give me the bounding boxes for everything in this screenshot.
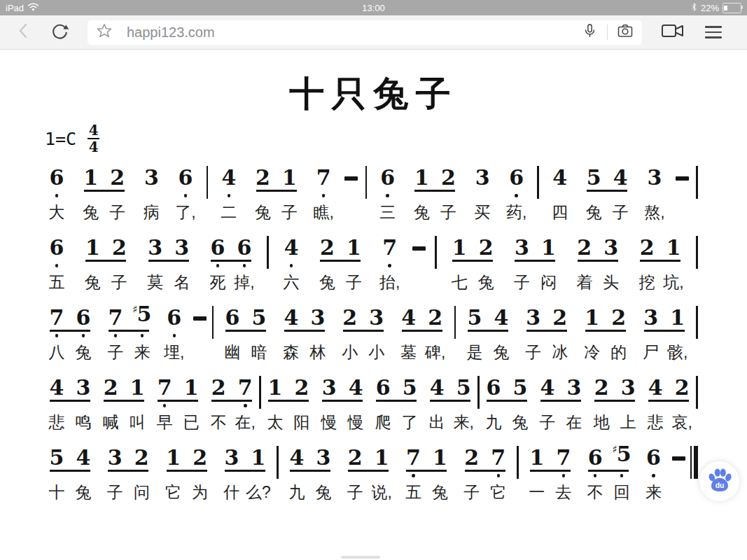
lyric: 悲 [642,412,669,433]
lyric: 它 [485,482,512,503]
note-digit: 2 [106,237,132,259]
lyric: 喊 [97,412,124,433]
note-digit: 3 [169,237,195,259]
note-group: 76八兔 [43,305,97,363]
note-digit: 5 [246,307,272,329]
lyric: 兔 [314,272,340,293]
note-digit: 1 [178,377,204,399]
note: 7抬, [377,235,403,293]
low-octave-dot [290,264,293,267]
time-numerator: 4 [89,123,99,137]
baidu-badge[interactable]: du [699,461,739,501]
note-digit: 1 [79,237,106,259]
camera-search-button[interactable] [617,22,634,42]
sharp-icon: ♯ [613,443,617,456]
refresh-button[interactable] [50,22,69,43]
note-group: 21挖坑, [634,235,687,293]
divider [607,24,608,40]
low-octave-dot [515,194,518,197]
page-title: 十只兔子 [0,71,747,118]
lyric: 子 [102,342,129,363]
note-digit: 4 [488,307,515,329]
lyric: 早 [151,412,178,433]
note-digit: 1 [446,237,473,259]
note-group: 31尸骸, [638,305,691,363]
low-octave-dot [216,264,220,267]
note-group: 43九兔 [284,445,337,503]
barline [259,376,261,409]
note-digit: 6 [370,377,396,399]
note-digit: 2 [187,447,214,469]
time-denominator: 4 [89,140,99,154]
note: 6了, [172,165,199,223]
bookmark-star-icon[interactable] [96,22,113,42]
note-digit: 2 [459,447,485,469]
lyric: 坑, [660,272,687,293]
note-digit: 3 [615,377,641,399]
lyric: 兔 [79,272,106,293]
lyric: 哀, [669,412,695,433]
note-digit: 6 [43,237,70,259]
note-group: 12兔子 [408,165,461,223]
note-digit: 3 [508,237,535,259]
url-bar[interactable]: happi123.com [88,20,642,45]
video-button[interactable] [661,22,685,43]
low-octave-dot [141,334,144,337]
lyric: 头 [598,272,624,293]
lyric: 九 [480,412,507,433]
barline [477,376,480,409]
note-group: 54兔子 [580,165,634,223]
lyric: 不 [205,412,232,433]
lyric: 上 [615,412,641,433]
lyric: 来, [450,412,477,433]
note-digit: 2 [342,447,368,469]
low-octave-dot [173,334,176,337]
video-camera-icon [661,22,685,43]
note-group: 23着头 [571,235,624,293]
lyric: 大 [43,202,70,223]
notation-system: 43悲鸣21喊叫71早已27不在,12太阳34慢慢65爬了45出来,65九兔43… [43,375,698,445]
note-digit: 3 [310,447,337,469]
note-group: 54十兔 [43,445,97,503]
barline [435,236,437,269]
low-octave-dot [497,474,501,477]
lyric: 墓 [396,342,422,363]
score-lines: 6大12兔子3病6了,4二21兔子7瞧,6三12兔子3买6药,4四54兔子3熬,… [43,165,698,515]
low-octave-dot [594,474,597,477]
lyric: 六 [278,272,305,293]
note-digit: 7 [310,167,337,189]
url-text[interactable]: happi123.com [127,24,582,41]
voice-search-button[interactable] [582,23,598,42]
lyric: 兔 [488,342,515,363]
lyric: 二 [216,202,242,223]
lyric: 一 [524,482,550,503]
lyric: 埋, [161,342,188,363]
lyric: 兔 [507,412,533,433]
note-digit: 2 [473,237,499,259]
sharp-icon: ♯ [132,303,137,316]
lyric: 来 [640,482,666,503]
back-button[interactable] [15,22,31,42]
note-group: 6♯5不回 [582,445,635,503]
lyric: 四 [547,202,573,223]
note: 6埋, [161,305,188,363]
notation-system: 54十兔32子问12它为31什么?43九兔21子说,71五兔27子它17一去6♯… [43,445,698,515]
lyric: 慢 [316,412,342,433]
lyric: 森 [278,342,305,363]
note-digit: 4 [284,447,310,469]
note-digit: 6 [219,307,246,329]
note-digit: 4 [70,447,97,469]
note-digit: 6 [503,167,530,189]
note-digit: 6 [172,167,199,189]
lyric: 为 [187,482,214,503]
lyric: 小 [363,342,390,363]
lyric: 兔 [70,342,97,363]
note-group: 33莫名 [142,235,195,293]
note-digit: 3 [469,167,496,189]
note-digit: 1 [340,237,367,259]
note-digit: 3 [102,447,128,469]
lyric: 太 [262,412,288,433]
note-digit: 1 [660,237,687,259]
menu-button[interactable] [705,26,722,38]
low-octave-dot [244,404,247,407]
